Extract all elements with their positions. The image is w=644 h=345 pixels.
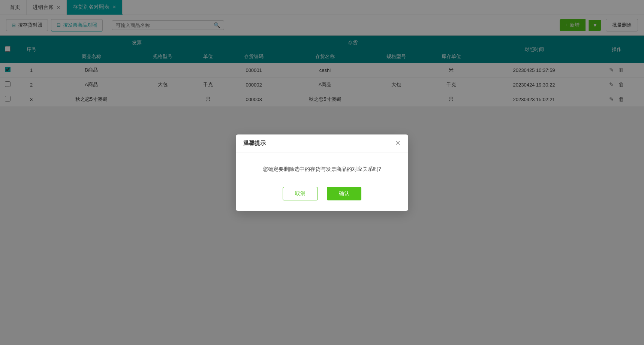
modal-title: 温馨提示 xyxy=(243,140,266,147)
modal-overlay: 温馨提示 ✕ 您确定要删除选中的存货与发票商品的对应关系吗? 取消 确认 xyxy=(0,0,644,345)
cancel-button[interactable]: 取消 xyxy=(283,187,318,200)
modal-close-button[interactable]: ✕ xyxy=(395,140,401,146)
confirm-button[interactable]: 确认 xyxy=(327,187,361,200)
modal-footer: 取消 确认 xyxy=(236,183,408,211)
modal-body: 您确定要删除选中的存货与发票商品的对应关系吗? xyxy=(236,152,408,183)
confirm-modal: 温馨提示 ✕ 您确定要删除选中的存货与发票商品的对应关系吗? 取消 确认 xyxy=(236,134,408,211)
modal-message: 您确定要删除选中的存货与发票商品的对应关系吗? xyxy=(263,166,381,172)
modal-header: 温馨提示 ✕ xyxy=(236,134,408,152)
